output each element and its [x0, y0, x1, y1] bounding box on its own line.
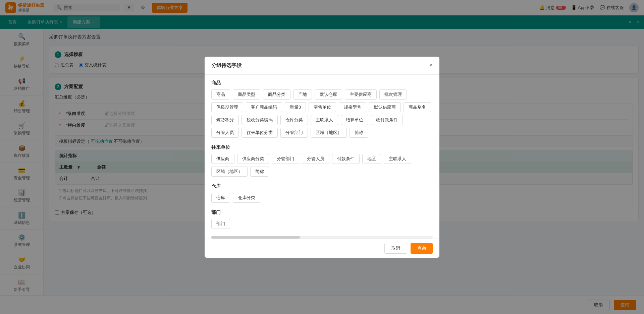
field-tag-0-20[interactable]: 分管人员 [211, 128, 239, 138]
field-tags-0: 商品商品类型商品分类产地默认仓库主要供应商批次管理保质期管理客户商品编码重量3零… [211, 89, 433, 138]
field-group-2: 仓库仓库仓库分类 [211, 183, 433, 203]
field-tag-1-7[interactable]: 区域（地区） [211, 167, 248, 177]
field-tag-0-13[interactable]: 商品别名 [404, 102, 431, 112]
field-tag-1-0[interactable]: 供应商 [211, 154, 234, 164]
field-tag-3-0[interactable]: 部门 [211, 219, 230, 229]
field-group-title-3: 部门 [211, 209, 433, 215]
field-group-title-1: 往来单位 [211, 144, 433, 150]
field-tag-0-17[interactable]: 主联系人 [311, 115, 338, 125]
field-tag-0-18[interactable]: 结算单位 [341, 115, 368, 125]
field-tag-0-23[interactable]: 区域（地区） [311, 128, 347, 138]
field-tag-0-22[interactable]: 分管部门 [280, 128, 308, 138]
field-tag-0-0[interactable]: 商品 [211, 89, 230, 100]
field-tag-0-12[interactable]: 默认供应商 [369, 102, 401, 112]
field-tag-1-5[interactable]: 地区 [362, 154, 381, 164]
field-tag-0-19[interactable]: 收付款条件 [371, 115, 403, 125]
field-tag-0-24[interactable]: 简称 [350, 128, 368, 138]
field-tag-0-4[interactable]: 默认仓库 [315, 89, 342, 100]
modal-title: 分组待选字段 [211, 62, 241, 69]
modal-close-button[interactable]: × [429, 62, 433, 69]
field-tag-1-2[interactable]: 分管部门 [272, 154, 299, 164]
field-tag-1-8[interactable]: 简称 [250, 167, 269, 177]
field-tag-0-11[interactable]: 规格型号 [339, 102, 366, 112]
field-group-title-0: 商品 [211, 80, 433, 86]
field-tag-0-3[interactable]: 产地 [293, 89, 312, 100]
field-tag-0-21[interactable]: 往来单位分类 [241, 128, 278, 138]
field-group-0: 商品商品商品类型商品分类产地默认仓库主要供应商批次管理保质期管理客户商品编码重量… [211, 80, 433, 138]
modal-footer: 取消 查询 [205, 239, 439, 258]
field-tag-1-3[interactable]: 分管人员 [302, 154, 329, 164]
field-tag-0-15[interactable]: 税收分类编码 [241, 115, 278, 125]
modal-header: 分组待选字段 × [205, 57, 439, 75]
modal-confirm-button[interactable]: 查询 [411, 243, 433, 254]
field-tag-1-1[interactable]: 供应商分类 [237, 154, 269, 164]
field-tag-2-0[interactable]: 仓库 [211, 193, 230, 203]
field-tag-0-5[interactable]: 主要供应商 [345, 89, 377, 100]
scrollbar-thumb[interactable] [211, 236, 300, 239]
field-group-title-2: 仓库 [211, 183, 433, 189]
field-tags-2: 仓库仓库分类 [211, 193, 433, 203]
field-tag-0-14[interactable]: 炼货积分 [211, 115, 239, 125]
modal-cancel-button[interactable]: 取消 [384, 243, 407, 254]
field-tag-0-6[interactable]: 批次管理 [379, 89, 407, 100]
field-tag-0-1[interactable]: 商品类型 [233, 89, 260, 100]
field-tag-0-8[interactable]: 客户商品编码 [246, 102, 282, 112]
modal-overlay: 分组待选字段 × 商品商品商品类型商品分类产地默认仓库主要供应商批次管理保质期管… [0, 0, 644, 314]
field-tag-2-1[interactable]: 仓库分类 [233, 193, 260, 203]
field-tag-0-16[interactable]: 仓库分类 [280, 115, 308, 125]
field-group-1: 往来单位供应商供应商分类分管部门分管人员付款条件地区主联系人区域（地区）简称 [211, 144, 433, 177]
field-select-modal: 分组待选字段 × 商品商品商品类型商品分类产地默认仓库主要供应商批次管理保质期管… [205, 57, 439, 258]
field-tags-1: 供应商供应商分类分管部门分管人员付款条件地区主联系人区域（地区）简称 [211, 154, 433, 177]
field-tag-1-6[interactable]: 主联系人 [384, 154, 411, 164]
field-tag-0-7[interactable]: 保质期管理 [211, 102, 243, 112]
field-tag-1-4[interactable]: 付款条件 [332, 154, 360, 164]
field-tag-0-9[interactable]: 重量3 [285, 102, 306, 112]
field-tags-3: 部门 [211, 219, 433, 229]
modal-body: 商品商品商品类型商品分类产地默认仓库主要供应商批次管理保质期管理客户商品编码重量… [205, 75, 439, 236]
field-tag-0-10[interactable]: 零售单位 [309, 102, 336, 112]
field-tag-0-2[interactable]: 商品分类 [263, 89, 290, 100]
modal-horizontal-scrollbar[interactable] [211, 236, 433, 239]
field-group-3: 部门部门 [211, 209, 433, 229]
